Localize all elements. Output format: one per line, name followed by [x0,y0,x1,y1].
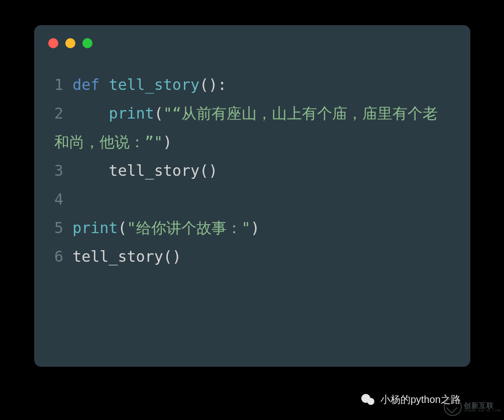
code-line: 2 print("“从前有座山，山上有个庙，庙里有个老和尚，他说：”") [54,99,450,156]
code-block: 1 def tell_story():2 print("“从前有座山，山上有个庙… [34,53,470,271]
line-number: 4 [54,190,72,208]
code-token: ) [163,133,172,151]
code-line: 3 tell_story() [54,156,450,185]
code-token: tell_story() [72,248,181,265]
code-line: 6 tell_story() [54,242,450,271]
code-token: print [72,219,118,237]
zoom-icon [82,38,92,48]
wechat-icon [360,392,375,407]
line-number: 2 [54,104,72,122]
watermark-sub: CHUANG XIN HU LIAN [464,409,501,412]
code-token: "给你讲个故事：" [127,219,251,237]
code-token: ( [118,219,127,237]
code-token: def [72,76,109,93]
line-number: 6 [54,248,72,265]
line-number: 1 [54,76,72,93]
code-line: 4 [54,185,450,214]
code-token: tell_story [109,76,199,93]
code-line: 1 def tell_story(): [54,70,450,99]
watermark: 创新互联 CHUANG XIN HU LIAN [444,398,501,416]
code-token: (): [199,76,227,93]
close-icon [48,38,58,48]
code-token: ) [251,219,260,237]
code-token: ( [154,104,163,122]
code-line: 5 print("给你讲个故事：") [54,214,450,242]
line-number: 3 [54,162,72,179]
code-token: tell_story() [72,162,218,179]
code-token: print [109,104,154,122]
code-card: 1 def tell_story():2 print("“从前有座山，山上有个庙… [34,25,470,367]
minimize-icon [65,38,75,48]
watermark-logo-icon [444,398,462,416]
code-token [72,104,109,122]
line-number: 5 [54,219,72,237]
watermark-main: 创新互联 [464,402,501,409]
window-controls [34,25,470,53]
